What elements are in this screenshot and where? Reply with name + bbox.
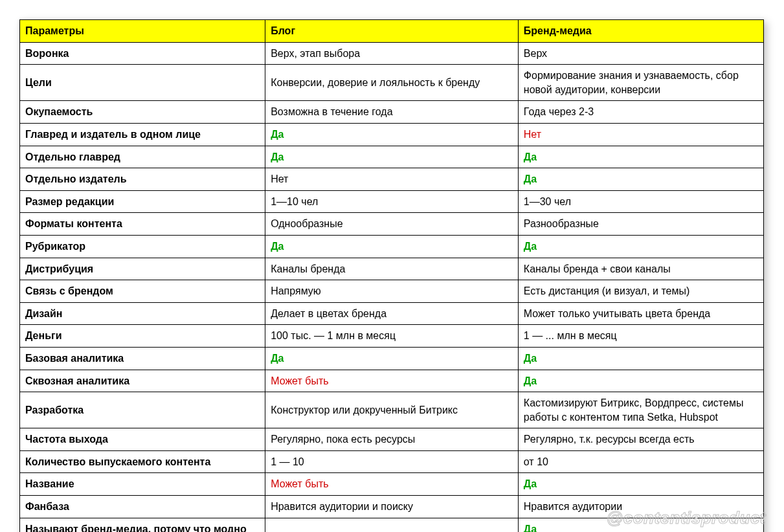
brand-value: Да bbox=[524, 353, 537, 364]
blog-cell: Каналы бренда bbox=[265, 258, 519, 280]
comparison-table: Параметры Блог Бренд-медиа ВоронкаВерх, … bbox=[19, 19, 764, 532]
header-blog: Блог bbox=[265, 20, 519, 43]
param-cell: Название bbox=[20, 473, 265, 496]
blog-cell: Да bbox=[265, 146, 519, 168]
brand-value: Да bbox=[524, 151, 537, 162]
table-row: ДистрибуцияКаналы брендаКаналы бренда + … bbox=[20, 258, 764, 280]
blog-cell: Да bbox=[265, 347, 519, 370]
brand-cell: Да bbox=[518, 370, 763, 392]
table-row: Сквозная аналитикаМожет бытьДа bbox=[20, 370, 764, 392]
blog-value: Регулярно, пока есть ресурсы bbox=[271, 434, 415, 445]
table-row: Форматы контентаОднообразныеРазнообразны… bbox=[20, 213, 764, 236]
table-row: Базовая аналитикаДаДа bbox=[20, 347, 764, 370]
brand-cell: Каналы бренда + свои каналы bbox=[518, 258, 763, 280]
blog-value: Может быть bbox=[271, 478, 328, 489]
blog-cell: 1 — 10 bbox=[265, 450, 519, 473]
blog-value: 100 тыс. — 1 млн в месяц bbox=[271, 330, 396, 341]
param-cell: Частота выхода bbox=[20, 428, 265, 451]
param-cell: Окупаемость bbox=[20, 101, 265, 124]
brand-value: Нравится аудитории bbox=[524, 501, 622, 512]
blog-value: Да bbox=[271, 129, 284, 140]
brand-cell: Да bbox=[518, 518, 763, 532]
table-row: Связь с брендомНапрямуюЕсть дистанция (и… bbox=[20, 280, 764, 303]
brand-cell: Может только учитывать цвета бренда bbox=[518, 302, 763, 325]
blog-cell: Конверсии, доверие и лояльность к бренду bbox=[265, 65, 519, 101]
brand-value: Может только учитывать цвета бренда bbox=[524, 308, 710, 319]
table-row: Отдельно главредДаДа bbox=[20, 146, 764, 168]
param-cell: Разработка bbox=[20, 392, 265, 428]
blog-value: 1 — 10 bbox=[271, 456, 304, 467]
blog-cell: Регулярно, пока есть ресурсы bbox=[265, 428, 519, 451]
brand-cell: 1—30 чел bbox=[518, 190, 763, 213]
blog-value: 1—10 чел bbox=[271, 196, 318, 207]
table-row: ВоронкаВерх, этап выбораВерх bbox=[20, 42, 764, 65]
blog-value: Напрямую bbox=[271, 285, 321, 296]
blog-value: Нет bbox=[271, 173, 288, 184]
brand-cell: Да bbox=[518, 347, 763, 370]
table-row: ЦелиКонверсии, доверие и лояльность к бр… bbox=[20, 65, 764, 101]
param-cell: Рубрикатор bbox=[20, 235, 265, 258]
blog-cell: Возможна в течение года bbox=[265, 101, 519, 124]
brand-value: Есть дистанция (и визуал, и темы) bbox=[524, 285, 689, 296]
blog-value: Да bbox=[271, 151, 284, 162]
blog-cell: Может быть bbox=[265, 473, 519, 496]
blog-cell: Нет bbox=[265, 168, 519, 191]
blog-value: Да bbox=[271, 353, 284, 364]
blog-cell: Да bbox=[265, 123, 519, 146]
blog-value: Каналы бренда bbox=[271, 263, 345, 274]
header-parameters: Параметры bbox=[20, 20, 265, 43]
param-cell: Связь с брендом bbox=[20, 280, 265, 303]
brand-value: Года через 2-3 bbox=[524, 106, 594, 117]
blog-cell bbox=[265, 518, 519, 532]
table-row: РазработкаКонструктор или докрученный Би… bbox=[20, 392, 764, 428]
param-cell: Отдельно главред bbox=[20, 146, 265, 168]
brand-cell: Нравится аудитории bbox=[518, 496, 763, 518]
table-row: Деньги100 тыс. — 1 млн в месяц1 — ... мл… bbox=[20, 325, 764, 348]
brand-value: Да bbox=[524, 173, 537, 184]
brand-cell: Года через 2-3 bbox=[518, 101, 763, 124]
brand-value: Регулярно, т.к. ресурсы всегда есть bbox=[524, 434, 695, 445]
brand-value: Да bbox=[524, 375, 537, 386]
table-row: ФанбазаНравится аудитории и поискуНравит… bbox=[20, 496, 764, 518]
param-cell: Размер редакции bbox=[20, 190, 265, 213]
brand-cell: Да bbox=[518, 168, 763, 191]
brand-cell: Разнообразные bbox=[518, 213, 763, 236]
blog-value: Однообразные bbox=[271, 218, 342, 229]
brand-value: от 10 bbox=[524, 456, 548, 467]
blog-value: Да bbox=[271, 241, 284, 252]
table-row: ДизайнДелает в цветах брендаМожет только… bbox=[20, 302, 764, 325]
brand-cell: от 10 bbox=[518, 450, 763, 473]
brand-value: Да bbox=[524, 241, 537, 252]
brand-cell: Нет bbox=[518, 123, 763, 146]
table-row: Отдельно издательНетДа bbox=[20, 168, 764, 191]
blog-cell: Может быть bbox=[265, 370, 519, 392]
blog-value: Конверсии, доверие и лояльность к бренду bbox=[271, 77, 480, 88]
param-cell: Называют бренд-медиа, потому что модно bbox=[20, 518, 265, 532]
comparison-table-wrapper: Параметры Блог Бренд-медиа ВоронкаВерх, … bbox=[19, 19, 764, 532]
param-cell: Деньги bbox=[20, 325, 265, 348]
table-row: Размер редакции1—10 чел1—30 чел bbox=[20, 190, 764, 213]
blog-value: Возможна в течение года bbox=[271, 106, 392, 117]
blog-cell: Делает в цветах бренда bbox=[265, 302, 519, 325]
blog-cell: 100 тыс. — 1 млн в месяц bbox=[265, 325, 519, 348]
param-cell: Форматы контента bbox=[20, 213, 265, 236]
brand-cell: Да bbox=[518, 235, 763, 258]
brand-value: Каналы бренда + свои каналы bbox=[524, 263, 671, 274]
brand-cell: Верх bbox=[518, 42, 763, 65]
brand-value: Да bbox=[524, 478, 537, 489]
table-row: НазваниеМожет бытьДа bbox=[20, 473, 764, 496]
brand-value: Нет bbox=[524, 129, 541, 140]
param-cell: Дизайн bbox=[20, 302, 265, 325]
table-row: Главред и издатель в одном лицеДаНет bbox=[20, 123, 764, 146]
brand-cell: 1 — ... млн в месяц bbox=[518, 325, 763, 348]
blog-value: Конструктор или докрученный Битрикс bbox=[271, 405, 458, 416]
param-cell: Дистрибуция bbox=[20, 258, 265, 280]
brand-cell: Кастомизируют Битрикс, Вордпресс, систем… bbox=[518, 392, 763, 428]
param-cell: Базовая аналитика bbox=[20, 347, 265, 370]
blog-value: Может быть bbox=[271, 375, 328, 386]
brand-value: Разнообразные bbox=[524, 218, 599, 229]
blog-cell: Конструктор или докрученный Битрикс bbox=[265, 392, 519, 428]
brand-value: 1—30 чел bbox=[524, 196, 571, 207]
blog-cell: Верх, этап выбора bbox=[265, 42, 519, 65]
blog-cell: Да bbox=[265, 235, 519, 258]
